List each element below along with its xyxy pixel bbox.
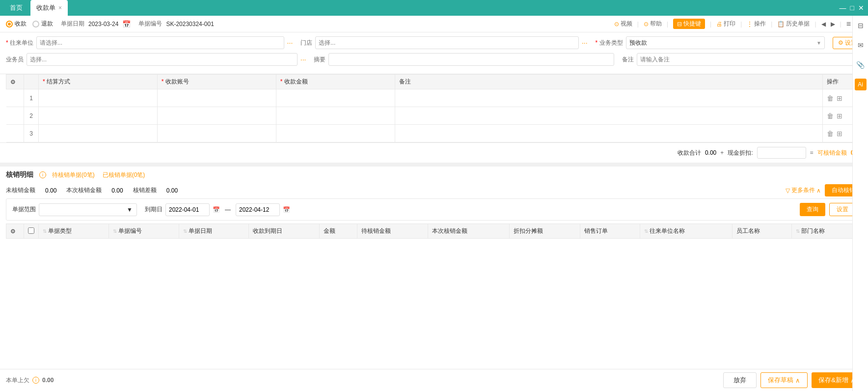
verify-info-icon[interactable]: i	[39, 171, 46, 178]
tab-close-icon[interactable]: ×	[58, 4, 62, 11]
sidebar-table-icon[interactable]: ⊟	[855, 20, 867, 31]
abandon-btn[interactable]: 放弃	[723, 372, 757, 388]
window-close-icon[interactable]: ✕	[858, 4, 864, 12]
discount-label: 现金折扣:	[728, 149, 753, 157]
doc-date-value: 2023-03-24	[88, 21, 118, 28]
td-settlement-2[interactable]	[39, 107, 158, 125]
notes-input[interactable]	[637, 53, 862, 66]
td-account-2[interactable]	[157, 107, 276, 125]
counterpart-input[interactable]	[36, 36, 284, 49]
tab-home[interactable]: 首页	[4, 0, 28, 16]
summary-input[interactable]	[328, 53, 614, 66]
help-icon: ⊙	[644, 21, 649, 28]
sidebar-clip-icon[interactable]: 📎	[855, 59, 867, 71]
radio-refund-label: 退款	[41, 20, 53, 28]
verify-section: 核销明细 i 待核销单据(0笔) 已核销单据(0笔) 未核销金额 0.00 本次…	[0, 163, 868, 369]
biz-type-select[interactable]: 预收款 ▼	[626, 36, 825, 49]
operation-btn[interactable]: ⋮ 操作	[747, 20, 766, 28]
td-amount-3[interactable]	[276, 125, 395, 142]
staff-input[interactable]	[27, 53, 298, 66]
biz-type-field: 业务类型 预收款 ▼	[596, 36, 825, 49]
th-amount: * 收款金额	[276, 75, 395, 89]
verify-title: 核销明细	[6, 170, 33, 179]
td-rownum-1: 1	[24, 89, 39, 107]
vth-checkbox[interactable]	[24, 224, 39, 239]
table-row: 1 🗑 ⊞	[6, 89, 862, 107]
window-min-icon[interactable]: —	[840, 4, 846, 12]
unchecked-value: 0.00	[45, 187, 56, 194]
filter-row: 单据范围 ▼ 到期日 📅 — 📅 查询 设置	[6, 198, 862, 221]
td-notes-1[interactable]	[395, 89, 823, 107]
delete-icon-1[interactable]: 🗑	[827, 94, 834, 102]
copy-icon-3[interactable]: ⊞	[837, 130, 842, 138]
vth-gear[interactable]: ⚙	[6, 224, 24, 239]
store-label: 门店	[300, 39, 312, 47]
filter-settings-btn[interactable]: 设置	[829, 203, 856, 216]
th-gear[interactable]: ⚙	[6, 75, 24, 89]
due-date-label: 到期日	[145, 205, 163, 214]
receipts-table: ⚙ * 结算方式 * 收款账号 * 收款金额 备注	[6, 74, 862, 142]
layout-icon[interactable]: ≡	[846, 20, 851, 28]
form-section: 往来单位 ··· 门店 ··· 业务类型 预收款 ▼ ⚙ 设置	[0, 32, 868, 74]
plus-sign: +	[720, 149, 724, 156]
window-max-icon[interactable]: □	[850, 4, 854, 12]
discount-input[interactable]	[757, 147, 806, 159]
biz-type-value: 预收款	[629, 39, 817, 47]
video-btn[interactable]: ⊙ 视频	[614, 20, 632, 28]
store-input[interactable]	[315, 36, 579, 49]
counterpart-more-btn[interactable]: ···	[287, 39, 293, 47]
print-label: 打印	[724, 20, 735, 28]
calendar-icon[interactable]: 📅	[122, 20, 131, 28]
radio-receive[interactable]: 收款	[6, 20, 27, 28]
bottom-left: 本单上欠 i 0.00	[6, 376, 54, 385]
query-btn[interactable]: 查询	[800, 203, 825, 216]
td-account-1[interactable]	[157, 89, 276, 107]
date-to-input[interactable]	[236, 203, 280, 216]
td-notes-2[interactable]	[395, 107, 823, 125]
tab-receipts[interactable]: 收款单 ×	[30, 0, 68, 16]
delete-icon-3[interactable]: 🗑	[827, 130, 834, 138]
staff-more-btn[interactable]: ···	[300, 56, 306, 63]
history-btn[interactable]: 📋 历史单据	[777, 20, 810, 28]
store-more-btn[interactable]: ···	[582, 39, 588, 47]
operation-icon: ⋮	[747, 21, 753, 28]
total-value: 0.00	[705, 149, 716, 156]
doc-range-select[interactable]: ▼	[39, 203, 137, 216]
sidebar-ai-btn[interactable]: Ai	[855, 79, 867, 90]
td-account-3[interactable]	[157, 125, 276, 142]
sidebar-email-icon[interactable]: ✉	[855, 39, 867, 51]
next-icon[interactable]: ▶	[831, 21, 835, 28]
history-label: 历史单据	[786, 20, 810, 28]
date-from-input[interactable]	[165, 203, 210, 216]
bottom-info-icon[interactable]: i	[32, 377, 39, 384]
td-settlement-1[interactable]	[39, 89, 158, 107]
td-settlement-3[interactable]	[39, 125, 158, 142]
td-notes-3[interactable]	[395, 125, 823, 142]
vth-dept: ⇅ 部门名称	[792, 224, 862, 239]
current-check-value: 0.00	[111, 187, 123, 194]
help-btn[interactable]: ⊙ 帮助	[644, 20, 662, 28]
more-conditions-btn[interactable]: ▽ 更多条件 ∧	[786, 186, 821, 195]
bottom-right: 放弃 保存草稿 ∧ 保存&新增 ∧	[723, 372, 862, 388]
td-amount-2[interactable]	[276, 107, 395, 125]
more-conditions-label: 更多条件	[791, 186, 815, 195]
draft-label: 保存草稿	[768, 376, 793, 385]
draft-btn[interactable]: 保存草稿 ∧	[760, 372, 808, 388]
calendar-to-icon[interactable]: 📅	[283, 206, 290, 213]
delete-icon-2[interactable]: 🗑	[827, 112, 834, 120]
radio-refund[interactable]: 退款	[32, 20, 53, 28]
history-icon: 📋	[777, 21, 785, 28]
copy-icon-2[interactable]: ⊞	[837, 112, 842, 120]
td-amount-1[interactable]	[276, 89, 395, 107]
shortcut-btn[interactable]: ⊟ 快捷键	[673, 19, 705, 29]
tab-done[interactable]: 已核销单据(0笔)	[103, 171, 145, 179]
tab-pending[interactable]: 待核销单据(0笔)	[52, 171, 95, 179]
print-btn[interactable]: 🖨 打印	[716, 20, 735, 28]
copy-icon-1[interactable]: ⊞	[837, 94, 842, 102]
calendar-from-icon[interactable]: 📅	[213, 206, 220, 213]
sep5: |	[771, 21, 772, 28]
th-settlement: * 结算方式	[39, 75, 158, 89]
notes-label: 备注	[622, 56, 634, 64]
select-all-checkbox[interactable]	[28, 227, 34, 234]
prev-icon[interactable]: ◀	[821, 21, 826, 28]
